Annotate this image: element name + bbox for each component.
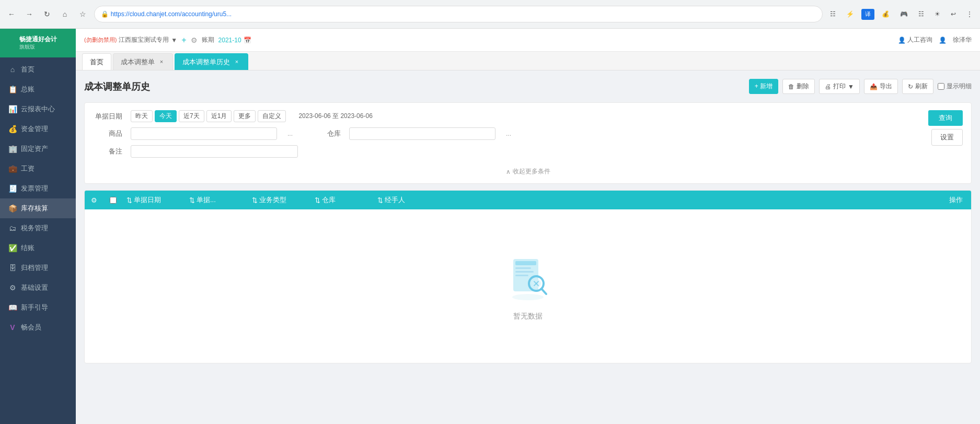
th-warehouse[interactable]: ⇅ 仓库 [310,195,373,205]
brightness-icon[interactable]: ☀ [931,8,943,20]
tab-cost-adjust-history[interactable]: 成本调整单历史 × [175,53,248,70]
user-service-btn[interactable]: 👤 人工咨询 [898,36,932,44]
tab-cost-adjust-close[interactable]: × [158,58,165,66]
logo-sub-text: 旗舰版 [19,43,57,51]
browser-chrome: ← → ↻ ⌂ ☆ 🔒 https://cloud.chanjet.com/ac… [0,0,980,29]
date-tab-yesterday[interactable]: 昨天 [131,110,153,122]
sidebar-item-home[interactable]: ⌂ 首页 [0,60,76,79]
home-button[interactable]: ⌂ [57,7,72,21]
sidebar-item-basic[interactable]: ⚙ 基础设置 [0,278,76,298]
print-button[interactable]: 🖨 打印 ▼ [819,79,860,94]
warehouse-input[interactable] [349,127,495,140]
asset-icon: 🏢 [8,145,17,153]
tab-home-label: 首页 [90,57,103,67]
collapse-button[interactable]: ∧ 收起更多条件 [506,167,550,176]
table-header: ⚙ ⇅ 单据日期 ⇅ 单据... ⇅ 业务类型 [85,191,971,209]
hotkey-icon[interactable]: ⚡ [843,8,857,20]
th-date[interactable]: ⇅ 单据日期 [122,195,185,205]
history-icon[interactable]: ↩ [948,8,959,20]
add-company-btn[interactable]: + [181,36,186,45]
archive-icon: 🗄 [8,264,17,272]
warehouse-more[interactable]: ... [506,130,511,137]
star-button[interactable]: ☆ [75,7,90,21]
company-selector[interactable]: (勿删勿禁用) 江西服宝测试专用 ▼ [84,36,177,44]
filter-settings-button[interactable]: 设置 [931,129,963,146]
extension-icon[interactable]: ☷ [827,8,839,20]
apps-icon[interactable]: ☷ [915,8,927,20]
sidebar-item-vip[interactable]: V 畅会员 [0,317,76,337]
date-tab-1month[interactable]: 近1月 [206,110,232,122]
tab-home[interactable]: 首页 [82,53,111,70]
th-type[interactable]: ⇅ 业务类型 [248,195,310,205]
display-toggle[interactable]: 显示明细 [938,82,972,91]
export-icon: 📤 [870,83,878,90]
table-select-all[interactable] [103,197,122,204]
select-all-checkbox[interactable] [110,197,117,204]
th-ops: 操作 [949,195,971,205]
filter-card: 单据日期 昨天 今天 近7天 近1月 更多 自定义 2023-06-06 至 2… [84,102,972,184]
sidebar-item-checkout[interactable]: ✅ 结账 [0,238,76,258]
tab-cost-adjust-history-close[interactable]: × [233,58,240,66]
sidebar-item-ledger[interactable]: 📋 总账 [0,79,76,99]
page-actions: + 新增 🗑 删除 🖨 打印 ▼ 📤 导出 ↻ [749,79,972,94]
svg-rect-4 [515,271,534,273]
sidebar-item-inventory[interactable]: 📦 库存核算 [0,198,76,218]
note-input[interactable] [131,145,298,158]
top-bar: (勿删勿禁用) 江西服宝测试专用 ▼ + ⚙ 账期 2021-10 📅 👤 人工… [76,29,980,52]
refresh-icon: ↻ [908,83,913,90]
export-button[interactable]: 📤 导出 [864,79,898,94]
page-header: 成本调整单历史 + 新增 🗑 删除 🖨 打印 ▼ 📤 导出 [84,79,972,94]
salary-icon: 💼 [8,164,17,173]
new-button[interactable]: + 新增 [749,79,778,94]
forward-button[interactable]: → [22,7,37,21]
tab-cost-adjust[interactable]: 成本调整单 × [113,53,173,70]
sidebar-item-invoice[interactable]: 🧾 发票管理 [0,179,76,198]
query-button[interactable]: 查询 [928,110,963,126]
settings-company-icon[interactable]: ⚙ [191,36,198,44]
app-wrapper: 畅捷通好会计 旗舰版 ⌂ 首页 📋 总账 📊 云报表中心 💰 资金管理 � [0,29,980,424]
th-number[interactable]: ⇅ 单据... [185,195,248,205]
table-settings-icon[interactable]: ⚙ [85,196,103,204]
gear-icon: ⚙ [91,196,97,204]
date-tabs: 昨天 今天 近7天 近1月 更多 自定义 [131,110,286,122]
goods-input[interactable] [131,127,277,140]
goods-filter-label: 商品 [93,129,122,138]
empty-text: 暂无数据 [513,312,543,321]
refresh-button[interactable]: ↻ [40,7,54,21]
date-tab-7days[interactable]: 近7天 [179,110,204,122]
delete-icon: 🗑 [788,83,794,90]
th-person[interactable]: ⇅ 经手人 [373,195,436,205]
translate-icon[interactable]: 译 [861,9,874,20]
sort-icon-warehouse: ⇅ [315,196,320,204]
game-icon[interactable]: 🎮 [897,8,911,20]
date-tab-custom[interactable]: 自定义 [258,110,286,122]
sidebar-item-asset[interactable]: 🏢 固定资产 [0,139,76,159]
logo-main-text: 畅捷通好会计 [19,36,57,44]
sidebar-item-report[interactable]: 📊 云报表中心 [0,99,76,119]
back-button[interactable]: ← [4,7,19,21]
menu-icon[interactable]: ⋮ [963,8,976,20]
address-bar[interactable]: 🔒 https://cloud.chanjet.com/accounting/u… [94,6,823,22]
delete-button[interactable]: 🗑 删除 [782,79,815,94]
svg-rect-3 [515,267,531,269]
ledger-icon: 📋 [8,85,17,93]
calendar-icon[interactable]: 📅 [244,37,251,44]
date-tab-today[interactable]: 今天 [155,110,177,122]
display-toggle-checkbox[interactable] [938,83,944,90]
sort-up-icon: ⇅ [126,196,132,204]
sidebar-item-tax[interactable]: 🗂 税务管理 [0,218,76,238]
date-tab-more[interactable]: 更多 [234,110,256,122]
user-avatar[interactable]: 👤 [939,37,947,44]
sidebar-item-salary[interactable]: 💼 工资 [0,159,76,179]
wallet-icon[interactable]: 💰 [879,8,893,20]
sort-icon: ⇅ [189,196,195,204]
sidebar-item-fund[interactable]: 💰 资金管理 [0,119,76,139]
tax-icon: 🗂 [8,224,17,232]
invoice-icon: 🧾 [8,184,17,193]
sidebar-item-guide[interactable]: 📖 新手引导 [0,298,76,317]
sidebar-item-archive[interactable]: 🗄 归档管理 [0,258,76,278]
goods-more[interactable]: ... [287,130,293,137]
refresh-button[interactable]: ↻ 刷新 [902,79,933,94]
page-title: 成本调整单历史 [84,80,150,93]
top-bar-right: 👤 人工咨询 👤 徐泽华 [898,36,972,44]
